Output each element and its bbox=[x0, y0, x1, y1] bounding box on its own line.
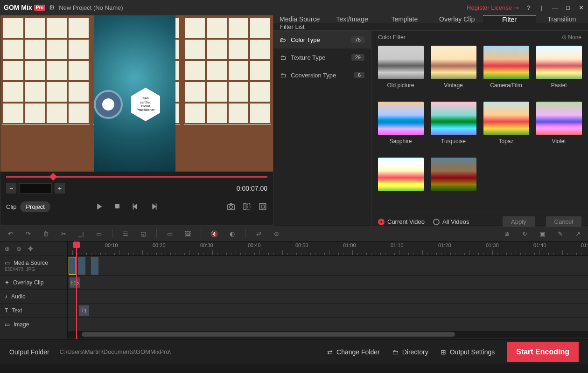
track-label-overlay[interactable]: ✦Overlay Clip bbox=[0, 275, 67, 289]
register-license-link[interactable]: Register License ⊸ bbox=[467, 4, 519, 11]
track-label-text[interactable]: TText bbox=[0, 303, 67, 317]
filter-list-header: Filter List bbox=[273, 23, 588, 31]
filter-sapphire[interactable]: Sapphire bbox=[376, 102, 425, 154]
track-audio[interactable] bbox=[68, 289, 588, 303]
split-icon[interactable]: ⎯| bbox=[77, 230, 86, 237]
fade-icon[interactable]: ◐ bbox=[227, 230, 237, 237]
zoom-fit-icon[interactable]: ✥ bbox=[28, 245, 33, 252]
overlay-chip[interactable]: E15 bbox=[70, 277, 80, 288]
play-icon[interactable] bbox=[94, 201, 104, 212]
project-mode-button[interactable]: Project bbox=[20, 201, 50, 212]
svg-rect-3 bbox=[244, 203, 246, 209]
refresh-icon[interactable]: ↻ bbox=[520, 230, 529, 237]
video-icon[interactable]: ▭ bbox=[165, 230, 175, 237]
radio-all-videos[interactable]: All Videos bbox=[433, 218, 469, 225]
aspect-icon[interactable] bbox=[242, 202, 252, 211]
start-encoding-button[interactable]: Start Encoding bbox=[507, 342, 579, 362]
undo-icon[interactable]: ↶ bbox=[6, 230, 15, 237]
clip-3[interactable] bbox=[91, 257, 98, 275]
zoom-in-icon[interactable]: ⊕ bbox=[5, 245, 10, 252]
clip-1[interactable] bbox=[69, 257, 76, 275]
close-icon[interactable]: ✕ bbox=[578, 4, 584, 11]
box-icon[interactable]: ▣ bbox=[538, 230, 547, 237]
scrub-bar[interactable] bbox=[0, 172, 273, 182]
h-scrollbar[interactable] bbox=[68, 331, 588, 338]
scrub-handle[interactable] bbox=[49, 173, 57, 180]
filter-extra-2[interactable] bbox=[429, 158, 478, 210]
maximize-icon[interactable]: □ bbox=[565, 4, 571, 11]
track-text[interactable]: T1 bbox=[68, 303, 588, 317]
tab-overlay-clip[interactable]: Overlay Clip bbox=[431, 15, 483, 23]
minimize-icon[interactable]: — bbox=[552, 4, 558, 11]
track-label-image[interactable]: ▭Image bbox=[0, 317, 67, 331]
prev-frame-icon[interactable] bbox=[130, 201, 140, 212]
filter-old-picture[interactable]: Old picture bbox=[376, 46, 425, 98]
help-icon[interactable]: ? bbox=[525, 4, 532, 11]
link-icon[interactable]: ⊙ bbox=[272, 230, 281, 237]
step-input[interactable] bbox=[19, 183, 52, 193]
filter-pastel[interactable]: Pastel bbox=[534, 46, 583, 98]
mute-icon[interactable]: 🔇 bbox=[210, 230, 219, 237]
output-folder-label: Output Folder bbox=[9, 348, 49, 356]
ruler-mark: 00:10 bbox=[105, 242, 118, 248]
track-overlay[interactable]: E15 bbox=[68, 275, 588, 289]
tab-transition[interactable]: Transition bbox=[536, 15, 588, 23]
apply-button[interactable]: Apply bbox=[503, 216, 535, 227]
clip-mode-button[interactable]: Clip bbox=[6, 203, 16, 210]
track-label-audio[interactable]: ♪Audio bbox=[0, 289, 67, 303]
image-icon[interactable]: 🖼 bbox=[183, 230, 192, 237]
trash-icon[interactable]: 🗑 bbox=[41, 230, 50, 237]
adjust-icon[interactable]: ☰ bbox=[121, 230, 130, 237]
crop-icon[interactable]: ◱ bbox=[139, 230, 148, 237]
stop-icon[interactable] bbox=[112, 201, 122, 212]
category-conversion-type[interactable]: 🗀 Conversion Type 6 bbox=[273, 66, 371, 84]
radio-current-video[interactable]: Current Video bbox=[378, 218, 425, 225]
step-plus-button[interactable]: + bbox=[55, 183, 65, 193]
track-label-media[interactable]: ▭Media Source 630X473, JPG bbox=[0, 256, 67, 275]
filter-vintage[interactable]: Vintage bbox=[429, 46, 478, 98]
zoom-out-icon[interactable]: ⊖ bbox=[16, 245, 21, 252]
filter-violet[interactable]: Violet bbox=[534, 102, 583, 154]
filter-topaz[interactable]: Topaz bbox=[482, 102, 531, 154]
export-icon[interactable]: ↗ bbox=[573, 230, 582, 237]
tab-filter[interactable]: Filter bbox=[483, 15, 535, 23]
text-chip[interactable]: T1 bbox=[79, 305, 89, 316]
select-icon[interactable]: ▭ bbox=[94, 230, 104, 237]
track-image[interactable] bbox=[68, 317, 588, 331]
gear-icon[interactable]: ⚙ bbox=[49, 4, 55, 11]
tab-template[interactable]: Template bbox=[378, 15, 431, 23]
swap-icon[interactable]: ⇄ bbox=[254, 230, 263, 237]
track-media[interactable] bbox=[68, 256, 588, 275]
category-texture-type[interactable]: 🗀 Texture Type 29 bbox=[273, 48, 371, 66]
ruler-mark: 00:30 bbox=[200, 242, 213, 248]
none-button[interactable]: ⊘ None bbox=[562, 34, 581, 41]
playhead[interactable] bbox=[76, 242, 77, 339]
filter-extra-1[interactable] bbox=[376, 158, 425, 210]
fullscreen-icon[interactable] bbox=[258, 202, 267, 211]
cut-icon[interactable]: ✂ bbox=[59, 230, 68, 237]
ruler-mark: 00:50 bbox=[295, 242, 308, 248]
next-frame-icon[interactable] bbox=[149, 201, 159, 212]
clip-2[interactable] bbox=[78, 257, 85, 275]
tab-media-source[interactable]: Media Source bbox=[273, 15, 326, 23]
step-minus-button[interactable]: − bbox=[6, 183, 16, 193]
category-color-type[interactable]: 🗁 Color Type 76 bbox=[273, 31, 371, 48]
tab-text-image[interactable]: Text/Image bbox=[326, 15, 378, 23]
ruler-mark: 01:5 bbox=[581, 242, 588, 248]
preview-canvas[interactable]: aws certified Cloud Practitioner bbox=[0, 15, 273, 172]
cancel-button[interactable]: Cancel bbox=[546, 216, 581, 227]
footer: Output Folder C:\Users\Martin\Documents\… bbox=[0, 339, 588, 364]
svg-point-2 bbox=[230, 206, 233, 209]
filter-camera-film[interactable]: Camera/Film bbox=[482, 46, 531, 98]
cloud-certified-badge bbox=[94, 90, 123, 119]
timeline-ruler[interactable]: 00:1000:2000:3000:4000:5001:0001:1001:20… bbox=[68, 242, 588, 256]
doc-icon[interactable]: 🗎 bbox=[502, 230, 511, 237]
change-folder-button[interactable]: ⇄Change Folder bbox=[327, 348, 380, 356]
output-settings-button[interactable]: ⊞Output Settings bbox=[441, 348, 495, 356]
edit-icon[interactable]: ✎ bbox=[555, 230, 565, 237]
filter-turquoise[interactable]: Turquoise bbox=[429, 102, 478, 154]
camera-icon[interactable] bbox=[226, 202, 236, 211]
redo-icon[interactable]: ↷ bbox=[23, 230, 33, 237]
folder-icon: 🗀 bbox=[280, 72, 286, 79]
directory-button[interactable]: 🗀Directory bbox=[392, 348, 428, 356]
